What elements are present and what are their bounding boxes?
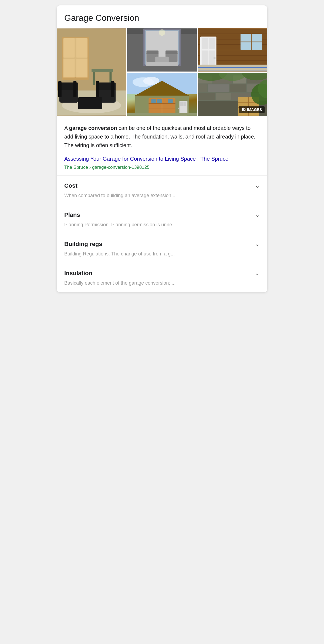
svg-rect-83: [230, 84, 246, 92]
image-cell-5[interactable]: 🖼 IMAGES: [198, 73, 267, 116]
svg-rect-75: [127, 113, 197, 116]
accordion-item-cost: Cost ⌄ When compared to building an aver…: [57, 176, 267, 205]
accordion-item-building-regs: Building regs ⌄ Building Regulations. Th…: [57, 234, 267, 263]
svg-rect-32: [155, 57, 169, 62]
svg-rect-70: [168, 99, 173, 103]
svg-rect-82: [208, 84, 229, 92]
svg-rect-10: [93, 72, 95, 85]
svg-rect-31: [166, 50, 178, 54]
image-cell-2[interactable]: [127, 28, 197, 72]
svg-point-74: [178, 107, 180, 109]
svg-rect-14: [58, 81, 62, 97]
main-card: Garage Conversion: [57, 5, 267, 292]
svg-point-34: [159, 29, 165, 36]
svg-rect-29: [146, 50, 158, 54]
svg-rect-86: [216, 93, 231, 100]
description-section: A garage conversion can be one of the qu…: [57, 116, 267, 176]
svg-rect-33: [146, 62, 178, 66]
image-cell-1[interactable]: [57, 28, 126, 116]
svg-rect-50: [202, 50, 208, 67]
image-cell-3[interactable]: [198, 28, 267, 72]
accordion-header-cost[interactable]: Cost ⌄: [57, 176, 267, 192]
svg-rect-85: [198, 93, 215, 100]
accordion-title-cost: Cost: [64, 182, 77, 189]
image-cell-4[interactable]: [127, 73, 197, 116]
svg-rect-8: [63, 38, 87, 77]
svg-rect-18: [96, 81, 99, 97]
accordion-preview-building-regs: Building Regulations. The change of use …: [57, 250, 267, 263]
svg-rect-53: [198, 65, 267, 72]
accordion-header-plans[interactable]: Plans ⌄: [57, 205, 267, 221]
source-link[interactable]: Assessing Your Garage for Conversion to …: [64, 155, 260, 163]
svg-rect-48: [202, 38, 208, 49]
svg-rect-81: [198, 84, 207, 92]
chevron-down-icon-cost: ⌄: [255, 182, 260, 189]
source-url: The Spruce › garage-conversion-1398125: [64, 165, 260, 170]
images-label: IMAGES: [247, 107, 262, 112]
accordion-preview-plans: Planning Permission. Planning permission…: [57, 221, 267, 234]
svg-rect-49: [209, 38, 215, 49]
accordion-item-insulation: Insulation ⌄ Basically each element of t…: [57, 263, 267, 292]
accordion-title-insulation: Insulation: [64, 270, 92, 277]
svg-rect-9: [92, 69, 113, 72]
chevron-down-icon-building-regs: ⌄: [255, 241, 260, 248]
svg-rect-19: [111, 81, 114, 97]
svg-rect-68: [151, 99, 156, 103]
accordion-title-plans: Plans: [64, 211, 80, 218]
accordion-item-plans: Plans ⌄ Planning Permission. Planning pe…: [57, 205, 267, 234]
accordion-header-insulation[interactable]: Insulation ⌄: [57, 263, 267, 279]
accordion-header-building-regs[interactable]: Building regs ⌄: [57, 234, 267, 250]
svg-rect-73: [183, 102, 186, 106]
svg-point-52: [214, 57, 216, 59]
accordion-preview-insulation: Basically each element of the garage con…: [57, 279, 267, 292]
svg-rect-20: [78, 97, 102, 109]
svg-rect-69: [157, 99, 162, 103]
accordion-title-building-regs: Building regs: [64, 241, 102, 248]
accordion-preview-cost: When compared to building an average ext…: [57, 192, 267, 205]
images-icon: 🖼: [242, 107, 245, 112]
chevron-down-icon-insulation: ⌄: [255, 270, 260, 277]
accordion: Cost ⌄ When compared to building an aver…: [57, 176, 267, 292]
description-text: A garage conversion can be one of the qu…: [64, 124, 260, 150]
images-badge[interactable]: 🖼 IMAGES: [239, 106, 265, 113]
image-grid: 🖼 IMAGES: [57, 28, 267, 116]
chevron-down-icon-plans: ⌄: [255, 211, 260, 218]
svg-rect-72: [180, 102, 183, 106]
page-title: Garage Conversion: [57, 5, 267, 28]
svg-rect-15: [73, 81, 77, 97]
